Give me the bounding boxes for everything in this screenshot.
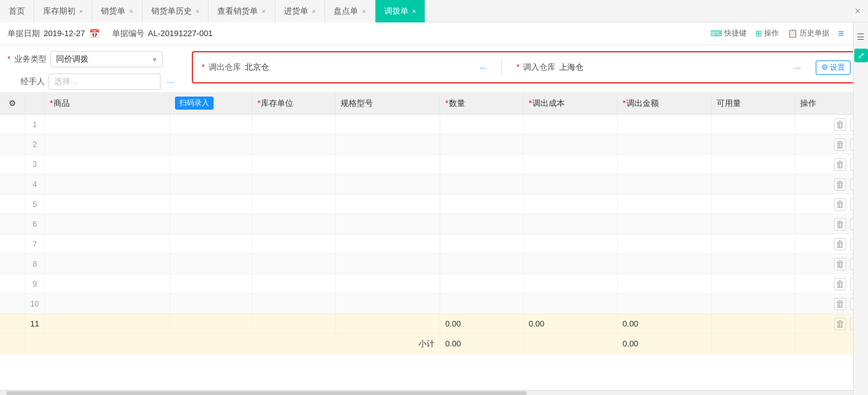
delete-icon-4[interactable]: 🗑	[834, 178, 846, 191]
row-cost-9[interactable]	[524, 274, 618, 294]
row-product-9[interactable]	[44, 274, 169, 294]
row-unit-7[interactable]	[252, 234, 336, 254]
row-spec-1[interactable]	[336, 115, 440, 135]
row-amount-7[interactable]	[617, 234, 711, 254]
row-amount-4[interactable]	[617, 174, 711, 194]
row-spec-10[interactable]	[336, 294, 440, 314]
sidebar-expand-icon[interactable]: ⤢	[854, 49, 868, 62]
row-spec-4[interactable]	[336, 174, 440, 194]
layout-btn-1[interactable]: ≡	[838, 28, 844, 39]
row-qty-2[interactable]	[440, 135, 523, 155]
subtotal-product[interactable]	[44, 314, 169, 334]
row-qty-3[interactable]	[440, 155, 523, 174]
delete-icon-5[interactable]: 🗑	[834, 198, 846, 211]
tab-inventory-init[interactable]: 库存期初 ×	[34, 0, 92, 22]
row-amount-2[interactable]	[617, 135, 711, 155]
row-cost-5[interactable]	[524, 194, 618, 214]
th-gear[interactable]: ⚙	[0, 92, 25, 115]
row-unit-10[interactable]	[252, 294, 336, 314]
row-cost-6[interactable]	[524, 214, 618, 234]
tab-view-sales[interactable]: 查看销货单 ×	[209, 0, 275, 22]
row-product-8[interactable]	[44, 254, 169, 274]
row-qty-9[interactable]	[440, 274, 523, 294]
row-amount-3[interactable]	[617, 155, 711, 174]
row-spec-5[interactable]	[336, 194, 440, 214]
tab-sales-order[interactable]: 销货单 ×	[92, 0, 142, 22]
row-spec-7[interactable]	[336, 234, 440, 254]
business-type-select[interactable]: 同价调拨 ▾	[50, 51, 163, 67]
row-amount-6[interactable]	[617, 214, 711, 234]
row-cost-2[interactable]	[524, 135, 618, 155]
row-unit-3[interactable]	[252, 155, 336, 174]
row-spec-6[interactable]	[336, 214, 440, 234]
row-product-4[interactable]	[44, 174, 169, 194]
row-product-5[interactable]	[44, 194, 169, 214]
close-tab-transfer-order[interactable]: ×	[412, 7, 416, 15]
tab-home[interactable]: 首页	[0, 0, 34, 22]
close-tab-inventory-init[interactable]: ×	[79, 7, 83, 15]
row-unit-1[interactable]	[252, 115, 336, 135]
calendar-icon[interactable]: 📅	[89, 29, 100, 39]
row-qty-7[interactable]	[440, 234, 523, 254]
close-tab-sales-history[interactable]: ×	[196, 7, 199, 15]
row-unit-2[interactable]	[252, 135, 336, 155]
row-qty-5[interactable]	[440, 194, 523, 214]
row-spec-2[interactable]	[336, 135, 440, 155]
sidebar-list-icon[interactable]: ☰	[854, 30, 868, 44]
close-tab-purchase-order[interactable]: ×	[312, 7, 316, 15]
out-warehouse-more-icon[interactable]: ···	[479, 63, 486, 72]
row-qty-4[interactable]	[440, 174, 523, 194]
row-unit-4[interactable]	[252, 174, 336, 194]
delete-icon-2[interactable]: 🗑	[834, 138, 846, 151]
tab-purchase-order[interactable]: 进货单 ×	[275, 0, 325, 22]
row-spec-8[interactable]	[336, 254, 440, 274]
subtotal-delete-icon[interactable]: 🗑	[834, 318, 846, 330]
row-cost-8[interactable]	[524, 254, 618, 274]
row-qty-1[interactable]	[440, 115, 523, 135]
row-cost-3[interactable]	[524, 155, 618, 174]
delete-icon-9[interactable]: 🗑	[834, 278, 846, 290]
row-qty-6[interactable]	[440, 214, 523, 234]
row-amount-5[interactable]	[617, 194, 711, 214]
row-amount-1[interactable]	[617, 115, 711, 135]
row-product-10[interactable]	[44, 294, 169, 314]
row-amount-9[interactable]	[617, 274, 711, 294]
horizontal-scrollbar[interactable]	[0, 390, 868, 395]
row-unit-5[interactable]	[252, 194, 336, 214]
tab-sales-history[interactable]: 销货单历史 ×	[143, 0, 209, 22]
close-tab-sales-order[interactable]: ×	[129, 7, 133, 15]
row-unit-9[interactable]	[252, 274, 336, 294]
close-tab-view-sales[interactable]: ×	[262, 7, 265, 15]
row-amount-8[interactable]	[617, 254, 711, 274]
row-product-3[interactable]	[44, 155, 169, 174]
row-unit-6[interactable]	[252, 214, 336, 234]
handler-more-icon[interactable]: ···	[167, 77, 174, 87]
row-amount-10[interactable]	[617, 294, 711, 314]
settings-button[interactable]: ⚙ 设置	[816, 60, 851, 75]
delete-icon-1[interactable]: 🗑	[834, 118, 846, 131]
delete-icon-6[interactable]: 🗑	[834, 218, 846, 231]
tab-transfer-order[interactable]: 调拨单 ×	[375, 0, 425, 22]
column-settings-icon[interactable]: ⚙	[9, 98, 16, 108]
row-product-6[interactable]	[44, 214, 169, 234]
handler-select[interactable]: 选择...	[49, 74, 161, 90]
row-product-1[interactable]	[44, 115, 169, 135]
shortcut-btn[interactable]: ⌨ 快捷键	[710, 28, 747, 39]
row-unit-8[interactable]	[252, 254, 336, 274]
window-close-button[interactable]: ×	[847, 6, 868, 17]
tab-inventory-check[interactable]: 盘点单 ×	[325, 0, 375, 22]
scrollbar-thumb[interactable]	[6, 391, 527, 395]
row-spec-9[interactable]	[336, 274, 440, 294]
row-cost-4[interactable]	[524, 174, 618, 194]
row-qty-10[interactable]	[440, 294, 523, 314]
row-cost-7[interactable]	[524, 234, 618, 254]
row-cost-10[interactable]	[524, 294, 618, 314]
operation-btn[interactable]: ⊞ 操作	[755, 28, 779, 39]
scan-input-button[interactable]: 扫码录入	[175, 97, 214, 110]
delete-icon-10[interactable]: 🗑	[834, 298, 846, 310]
row-spec-3[interactable]	[336, 155, 440, 174]
row-qty-8[interactable]	[440, 254, 523, 274]
close-tab-inventory-check[interactable]: ×	[362, 7, 366, 15]
row-product-7[interactable]	[44, 234, 169, 254]
row-product-2[interactable]	[44, 135, 169, 155]
